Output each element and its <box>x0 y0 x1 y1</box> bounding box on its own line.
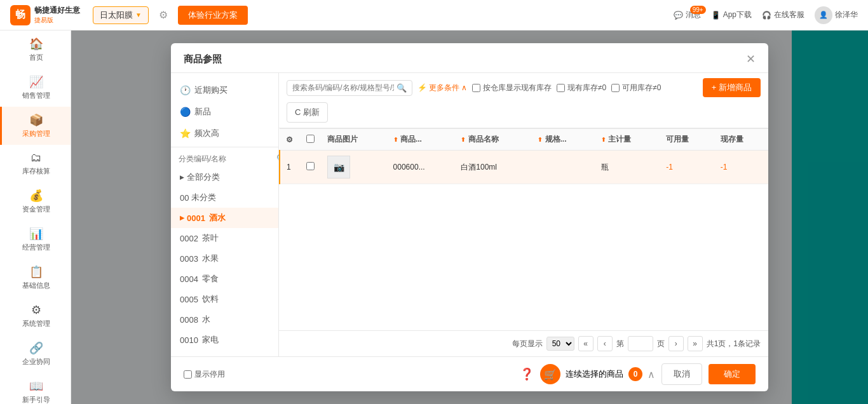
app-download[interactable]: 📱 App下载 <box>711 10 752 20</box>
category-0005-name: 饮料 <box>202 293 219 305</box>
per-page-select[interactable]: 50 <box>546 337 574 351</box>
col-spec[interactable]: ⬆ 规格... <box>531 129 595 151</box>
product-search-icon[interactable]: 🔍 <box>397 83 407 93</box>
right-panel: 🔍 ⚡ 更多条件 ∧ 按仓库显示现有库存 <box>279 73 768 356</box>
category-0002-code: 0002 <box>180 234 198 243</box>
cart-collapse-icon[interactable]: ∧ <box>648 368 655 380</box>
check-warehouse-input[interactable] <box>472 84 480 92</box>
more-filter-button[interactable]: ⚡ 更多条件 ∧ <box>417 83 467 93</box>
product-table-area: ⚙ 商品图片 ⬆ 商品... <box>279 128 768 330</box>
modal-body: 🕐 近期购买 🔵 新品 ⭐ 频次高 <box>171 73 768 356</box>
row-unit: 瓶 <box>595 151 660 184</box>
sidebar-item-operations[interactable]: 📊 经营管理 <box>0 220 71 259</box>
category-item-0004[interactable]: 0004 零食 <box>171 269 278 289</box>
category-item-0008[interactable]: 0008 水 <box>171 309 278 330</box>
avatar: 👤 <box>815 6 832 24</box>
system-icon: ⚙ <box>31 303 41 317</box>
sidebar-item-basic-info[interactable]: 📋 基础信息 <box>0 259 71 297</box>
modal-close-button[interactable]: ✕ <box>746 52 756 66</box>
page-prev-button[interactable]: ‹ <box>597 336 613 351</box>
sidebar-item-purchase[interactable]: 📦 采购管理 <box>0 107 71 145</box>
finance-icon: 💰 <box>29 189 43 203</box>
divider <box>171 147 278 147</box>
sidebar-item-finance[interactable]: 💰 资金管理 <box>0 182 71 220</box>
inventory-icon: 🗂 <box>31 151 42 165</box>
check-warehouse-label[interactable]: 按仓库显示现有库存 <box>472 83 552 93</box>
page-last-button[interactable]: » <box>688 336 703 351</box>
sidebar-item-inventory[interactable]: 🗂 库存核算 <box>0 145 71 182</box>
page-next-button[interactable]: › <box>668 336 684 351</box>
table-row[interactable]: 1 📷 000600... 白酒100ml 瓶 <box>280 151 768 184</box>
sidebar-item-inventory-label: 库存核算 <box>22 166 50 176</box>
category-item-all[interactable]: ▶ 全部分类 <box>171 167 278 187</box>
category-item-0002[interactable]: 0002 茶叶 <box>171 228 278 248</box>
category-item-0001[interactable]: ▶ 0001 酒水 <box>171 208 278 228</box>
category-search-input[interactable] <box>179 154 274 163</box>
enterprise-icon: 🔗 <box>29 341 43 355</box>
page-number-input[interactable]: 1 <box>628 336 653 351</box>
recent-purchase-item[interactable]: 🕐 近期购买 <box>171 79 278 101</box>
check-available-input[interactable] <box>611 84 620 92</box>
message-icon: 💬 <box>674 11 683 20</box>
gear-icon[interactable]: ⚙ <box>156 6 170 24</box>
show-disabled-input[interactable] <box>184 370 192 379</box>
phone-icon: 📱 <box>711 11 721 20</box>
col-name-label: 商品名称 <box>468 135 499 144</box>
select-all-checkbox[interactable] <box>306 135 315 143</box>
check-available-label[interactable]: 可用库存≠0 <box>611 83 661 93</box>
category-item-00[interactable]: 00 未分类 <box>171 187 278 208</box>
message-badge[interactable]: 💬 消息 99+ <box>674 10 701 20</box>
product-thumbnail: 📷 <box>327 156 350 178</box>
cancel-button[interactable]: 取消 <box>661 363 702 385</box>
table-header-row: ⚙ 商品图片 ⬆ 商品... <box>280 129 768 151</box>
refresh-button[interactable]: C 刷新 <box>287 102 328 123</box>
online-service[interactable]: 🎧 在线客服 <box>762 10 804 20</box>
category-0008-name: 水 <box>202 314 210 325</box>
pagination-bar: 每页显示 50 « ‹ 第 1 页 › » 共1页，1条记录 <box>279 330 768 356</box>
sidebar-item-sales[interactable]: 📈 销售管理 <box>0 69 71 107</box>
check-stock-label[interactable]: 现有库存≠0 <box>557 83 606 93</box>
col-stock-label: 现存量 <box>721 135 743 144</box>
confirm-button[interactable]: 确定 <box>709 364 756 384</box>
experience-button[interactable]: 体验行业方案 <box>178 6 248 25</box>
help-icon[interactable]: ❓ <box>520 367 534 381</box>
content-area: 商品参照 ✕ 🕐 近期购买 🔵 新品 <box>71 30 868 404</box>
page-label: 第 <box>616 339 624 349</box>
cart-count-badge: 0 <box>628 367 642 381</box>
col-code[interactable]: ⬆ 商品... <box>387 129 455 151</box>
sort-unit-icon: ⬆ <box>601 137 606 143</box>
category-0010-code: 0010 <box>180 335 198 345</box>
category-item-0010[interactable]: 0010 家电 <box>171 330 278 350</box>
col-settings[interactable]: ⚙ <box>280 129 300 151</box>
col-stock[interactable]: 现存量 <box>714 129 768 151</box>
nav-dropdown[interactable]: 日太阳膜 ▼ <box>93 6 149 24</box>
page-first-button[interactable]: « <box>578 336 593 351</box>
user-area[interactable]: 👤 徐泽华 <box>815 6 858 24</box>
sidebar-item-system[interactable]: ⚙ 系统管理 <box>0 297 71 335</box>
frequent-item[interactable]: ⭐ 频次高 <box>171 123 278 144</box>
cart-icon-button[interactable]: 🛒 <box>540 364 560 384</box>
cart-label: 连续选择的商品 <box>566 368 623 380</box>
sort-icon: ⬆ <box>393 137 398 143</box>
category-item-0003[interactable]: 0003 水果 <box>171 248 278 269</box>
sidebar-item-ops-label: 经营管理 <box>22 243 50 252</box>
add-product-button[interactable]: + 新增商品 <box>703 78 761 97</box>
filter-icon: ⚡ <box>417 83 427 92</box>
new-product-item[interactable]: 🔵 新品 <box>171 101 278 123</box>
col-name[interactable]: ⬆ 商品名称 <box>454 129 531 151</box>
col-code-label: 商品... <box>400 135 422 144</box>
row-checkbox[interactable] <box>306 162 315 170</box>
modal-footer: 显示停用 ❓ 🛒 连续选择的商品 0 ∧ 取消 确定 <box>171 356 768 391</box>
col-available[interactable]: 可用量 <box>660 129 714 151</box>
col-available-label: 可用量 <box>666 135 689 144</box>
check-stock-input[interactable] <box>557 84 565 92</box>
col-unit[interactable]: ⬆ 主计量 <box>595 129 660 151</box>
product-search-input[interactable] <box>292 83 394 92</box>
sidebar-item-guide[interactable]: 📖 新手引导 <box>0 373 71 404</box>
sidebar-item-enterprise[interactable]: 🔗 企业协同 <box>0 335 71 373</box>
page-suffix: 页 <box>657 339 665 349</box>
category-0001-name: 酒水 <box>209 212 226 224</box>
category-item-0005[interactable]: 0005 饮料 <box>171 289 278 309</box>
sidebar-item-home[interactable]: 🏠 首页 <box>0 30 71 69</box>
show-disabled-checkbox[interactable]: 显示停用 <box>184 369 225 380</box>
